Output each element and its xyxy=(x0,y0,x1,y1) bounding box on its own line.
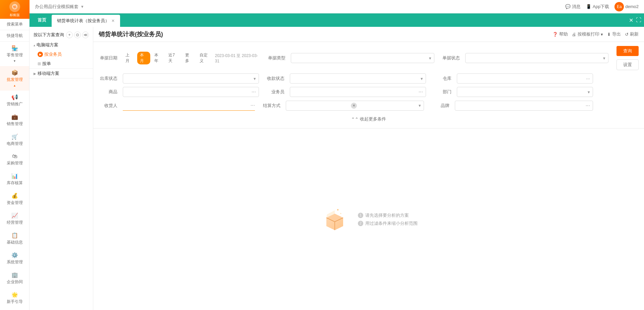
left-panel: 按以下方案查询 + ⊙ ≪ ▴ 电脑端方案 ▶ 按业务员 ⊞ 按 xyxy=(30,27,93,310)
date-range-text: 2023-03-01 至 2023-03-31 xyxy=(215,53,260,63)
ecommerce-icon: 🛒 xyxy=(11,134,18,140)
refresh-btn[interactable]: ↺ 刷新 xyxy=(625,31,639,37)
dept-chevron-icon xyxy=(588,90,590,95)
tree-item-by-staff[interactable]: ▶ 按业务员 xyxy=(30,50,93,59)
date-tab-custom[interactable]: 自定义 xyxy=(197,52,214,64)
date-tab-thisyear[interactable]: 本年 xyxy=(152,52,165,64)
sidebar-item-wholesale[interactable]: 📦 批发管理 ▴ xyxy=(0,66,29,91)
settlement-chevron-icon xyxy=(419,103,421,108)
sidebar-item-newbie[interactable]: 🌟 新手引导 xyxy=(0,288,29,308)
inventory-icon: 📊 xyxy=(11,173,18,179)
sidebar-item-purchase[interactable]: 🛍 采购管理 xyxy=(0,150,29,169)
order-icon: ⊞ xyxy=(38,61,41,66)
staff-select[interactable]: ··· xyxy=(290,87,426,97)
help-btn[interactable]: ❓ 帮助 xyxy=(552,31,568,37)
product-select[interactable]: ··· xyxy=(123,87,259,97)
logo-icon: 畅 xyxy=(9,1,20,12)
topbar-dropdown-icon[interactable]: ▾ xyxy=(81,4,84,9)
sidebar-item-system[interactable]: ⚙️ 系统管理 xyxy=(0,249,29,268)
mobile-section-label: 移动端方案 xyxy=(38,70,59,76)
empty-state: ✦ ✦ 1 请先选择要分析的方案 2 用过滤条件来缩小分析范围 xyxy=(320,204,418,235)
date-tab-7days[interactable]: 近7天 xyxy=(166,52,181,64)
tree-item-by-order[interactable]: ⊞ 按单 xyxy=(30,59,93,68)
date-tabs: 上月 本月 本年 近7天 更多 自定义 2023-03-01 至 2023-03… xyxy=(123,52,260,64)
message-btn[interactable]: 💬 消息 xyxy=(565,4,581,10)
mobile-expand-icon: ▶ xyxy=(34,72,36,75)
retail-expand-icon: ▾ xyxy=(14,59,15,63)
receiptstatus-select[interactable] xyxy=(290,73,426,84)
sidebar-item-retail[interactable]: 🏪 零售管理 ▾ xyxy=(0,42,29,66)
content-area: 按以下方案查询 + ⊙ ≪ ▴ 电脑端方案 ▶ 按业务员 ⊞ 按 xyxy=(30,27,644,310)
empty-tip-1: 1 请先选择要分析的方案 xyxy=(358,212,418,218)
sidebar-item-enterprise-label: 企业协同 xyxy=(7,279,23,285)
tab-close-window-icon[interactable]: ✕ xyxy=(629,17,633,23)
sidebar-item-ecommerce[interactable]: 🛒 电商管理 xyxy=(0,130,29,150)
filter-row-3: 商品 ··· 业务员 ··· 部门 xyxy=(99,87,639,97)
pc-section: ▴ 电脑端方案 ▶ 按业务员 ⊞ 按单 xyxy=(30,40,93,69)
sidebar-item-newbie-label: 新手引导 xyxy=(7,299,23,305)
svg-text:✦: ✦ xyxy=(336,208,339,212)
export-btn[interactable]: ⬇ 导出 xyxy=(607,31,621,37)
data-area: ✦ ✦ 1 请先选择要分析的方案 2 用过滤条件来缩小分析范围 xyxy=(93,128,644,310)
settlement-clear-icon[interactable]: ✕ xyxy=(351,103,357,109)
search-menu[interactable]: 搜索菜单 xyxy=(0,19,29,30)
user-avatar[interactable]: Ea demo2 xyxy=(614,2,639,11)
pc-section-header[interactable]: ▴ 电脑端方案 xyxy=(30,40,93,50)
add-scheme-btn[interactable]: + xyxy=(66,32,73,38)
topbar-right: 💬 消息 📱 App下载 Ea demo2 xyxy=(565,2,639,11)
enterprise-icon: 🏢 xyxy=(11,272,18,278)
logo-text: 标账版 xyxy=(10,13,20,17)
right-panel: 销货单统计表(按业务员) ❓ 帮助 🖨 按模板打印 ▾ ⬇ 导出 xyxy=(93,27,644,310)
tabbar: 首页 销货单统计表（按业务员） ✕ ✕ ⛶ xyxy=(30,13,644,27)
sidebar-item-finance[interactable]: 💰 资金管理 xyxy=(0,189,29,209)
receiver-input[interactable] xyxy=(123,100,249,110)
empty-tips: 1 请先选择要分析的方案 2 用过滤条件来缩小分析范围 xyxy=(358,212,418,226)
pc-expand-icon: ▴ xyxy=(34,43,35,47)
newbie-icon: 🌟 xyxy=(11,292,18,298)
sidebar-item-sales[interactable]: 💼 销售管理 xyxy=(0,110,29,130)
sidebar: 畅 标账版 搜索菜单 快捷导航 🏪 零售管理 ▾ 📦 批发管理 ▴ 📢 营销推广… xyxy=(0,0,30,310)
warehouse-select[interactable]: ··· xyxy=(457,73,593,84)
outstatus-select[interactable] xyxy=(123,73,259,84)
template-print-btn[interactable]: 🖨 按模板打印 ▾ xyxy=(572,31,603,37)
page-actions: ❓ 帮助 🖨 按模板打印 ▾ ⬇ 导出 ↺ 刷新 xyxy=(552,31,639,37)
settlement-select[interactable]: ✕ xyxy=(286,101,424,111)
brand-select[interactable]: ··· xyxy=(455,101,593,111)
doctype-select[interactable] xyxy=(291,53,434,63)
tab-home[interactable]: 首页 xyxy=(32,13,52,27)
sidebar-item-appcenter[interactable]: 📱 应用中心 xyxy=(0,308,29,310)
filter-row-4: 收货人 ··· 结算方式 ✕ 品牌 ··· xyxy=(99,100,639,111)
docstatus-select[interactable] xyxy=(465,53,608,63)
staff-label: 业务员 xyxy=(264,89,284,95)
sidebar-item-inventory[interactable]: 📊 库存核算 xyxy=(0,169,29,189)
empty-state-icon: ✦ ✦ xyxy=(320,204,350,235)
tab-controls: ✕ ⛶ xyxy=(629,17,641,23)
sidebar-item-operations[interactable]: 📈 经营管理 xyxy=(0,209,29,229)
query-buttons: 查询 设置 xyxy=(616,46,639,70)
svg-text:畅: 畅 xyxy=(13,5,16,9)
app-download-btn[interactable]: 📱 App下载 xyxy=(586,4,609,10)
collapse-btn[interactable]: ⌃⌃ 收起更多条件 xyxy=(99,114,639,124)
mobile-section-header[interactable]: ▶ 移动端方案 xyxy=(30,69,93,78)
basic-icon: 📋 xyxy=(11,232,18,239)
tab-maximize-icon[interactable]: ⛶ xyxy=(636,17,641,23)
wholesale-expand-icon: ▴ xyxy=(14,84,15,87)
setting-btn[interactable]: 设置 xyxy=(616,59,639,70)
date-tab-more[interactable]: 更多 xyxy=(182,52,196,64)
query-btn[interactable]: 查询 xyxy=(616,46,639,56)
wholesale-icon: 📦 xyxy=(11,69,18,76)
collapse-panel-btn[interactable]: ≪ xyxy=(82,32,89,38)
quick-nav[interactable]: 快捷导航 xyxy=(0,30,29,42)
sidebar-item-basic[interactable]: 📋 基础信息 xyxy=(0,229,29,249)
finance-icon: 💰 xyxy=(11,193,18,199)
sidebar-item-enterprise[interactable]: 🏢 企业协同 xyxy=(0,268,29,288)
date-tab-thismonth[interactable]: 本月 xyxy=(137,52,150,64)
export-icon: ⬇ xyxy=(607,32,611,37)
sidebar-item-marketing[interactable]: 📢 营销推广 xyxy=(0,91,29,110)
tab-sales-report[interactable]: 销货单统计表（按业务员） ✕ xyxy=(52,15,120,27)
date-tab-lastmonth[interactable]: 上月 xyxy=(123,52,136,64)
tab-close-icon[interactable]: ✕ xyxy=(111,18,115,23)
settings-scheme-btn[interactable]: ⊙ xyxy=(74,32,81,38)
dept-select[interactable] xyxy=(457,87,593,97)
left-panel-title: 按以下方案查询 xyxy=(34,32,64,38)
